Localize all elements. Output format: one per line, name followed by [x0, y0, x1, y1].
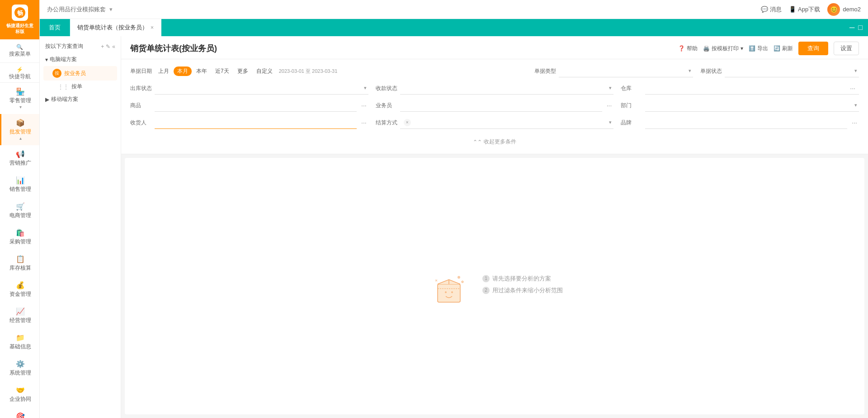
- out-status-field: 出库状态 ▾: [130, 82, 368, 95]
- tab-close-icon[interactable]: ×: [151, 24, 154, 31]
- retail-label: 零售管理: [9, 97, 31, 104]
- ecommerce-label: 电商管理: [9, 212, 31, 219]
- page-header-top: 销货单统计表(按业务员) ❓ 帮助 🖨️ 按模板打印 ▾ ⬆️: [130, 42, 859, 55]
- edit-scheme-icon[interactable]: ✎: [106, 43, 110, 50]
- operation-icon: 📈: [16, 307, 25, 316]
- ecommerce-icon: 🛒: [16, 202, 25, 211]
- purchase-icon: 🛍️: [16, 228, 25, 237]
- receiver-input[interactable]: [155, 116, 357, 129]
- filter-row-2: 出库状态 ▾ 收款状态 ▾ 仓库: [130, 82, 859, 95]
- basic-label: 基础信息: [9, 343, 31, 351]
- scheme-title-label: 按以下方案查询: [45, 43, 83, 50]
- tabbar-actions: ─ □: [849, 24, 868, 32]
- computer-scheme-header[interactable]: ▾ 电脑端方案: [43, 53, 117, 66]
- date-btn-this-year[interactable]: 本年: [193, 66, 211, 76]
- search-menu-label: 搜索菜单: [9, 50, 31, 58]
- date-btn-more[interactable]: 更多: [234, 66, 252, 76]
- tab-home[interactable]: 首页: [40, 19, 70, 36]
- user-area[interactable]: 😊 demo2: [827, 3, 861, 16]
- date-btn-this-month[interactable]: 本月: [174, 66, 192, 76]
- sidebar-item-marketing[interactable]: 📢 营销推广: [0, 145, 39, 171]
- right-panel: 销货单统计表(按业务员) ❓ 帮助 🖨️ 按模板打印 ▾ ⬆️: [121, 36, 868, 418]
- sidebar-item-system[interactable]: ⚙️ 系统管理: [0, 355, 39, 381]
- sidebar-item-purchase[interactable]: 🛍️ 采购管理: [0, 224, 39, 250]
- collect-status-label: 收款状态: [376, 85, 397, 92]
- sidebar-item-inventory[interactable]: 📋 库存核算: [0, 250, 39, 276]
- message-btn[interactable]: 💬 消息: [761, 5, 782, 14]
- goods-dots-icon[interactable]: ···: [359, 102, 368, 109]
- step-2-num: 2: [482, 287, 490, 294]
- goods-input[interactable]: [155, 99, 357, 112]
- settings-button[interactable]: 设置: [834, 42, 859, 55]
- warehouse-dropdown[interactable]: ···: [645, 82, 859, 95]
- user-avatar: 😊: [827, 3, 840, 16]
- topbar: 办公用品行业模拟账套 ▾ 💬 消息 📱 App下载 😊 demo2: [40, 0, 868, 19]
- product-name: 办公用品行业模拟账套: [47, 5, 106, 14]
- sidebar-item-retail[interactable]: 🏪 零售管理 ▾: [0, 83, 39, 114]
- product-dropdown-icon[interactable]: ▾: [109, 6, 113, 13]
- sidebar-item-collab[interactable]: 🤝 企业协同: [0, 381, 39, 408]
- receiver-dots-icon[interactable]: ···: [359, 119, 368, 126]
- tab-maximize-btn[interactable]: □: [858, 24, 863, 32]
- empty-step-1: 1 请先选择要分析的方案: [482, 275, 563, 283]
- quick-nav-item[interactable]: ⚡ 快捷导航: [0, 63, 39, 83]
- dept-dropdown[interactable]: ▾: [645, 99, 859, 112]
- search-menu-item[interactable]: 🔍 搜索菜单: [0, 39, 39, 63]
- app-name: 畅捷通好生意: [6, 23, 33, 28]
- sidebar-item-finance[interactable]: 💰 资金管理: [0, 276, 39, 303]
- salesman-dots-icon[interactable]: ···: [605, 102, 614, 109]
- step-1-num: 1: [482, 275, 490, 282]
- add-scheme-icon[interactable]: +: [101, 43, 104, 50]
- sidebar-item-guide[interactable]: 🎯 新手引导: [0, 408, 39, 418]
- salesman-input[interactable]: [400, 99, 602, 112]
- main-area: 办公用品行业模拟账套 ▾ 💬 消息 📱 App下载 😊 demo2 首页: [40, 0, 868, 418]
- inventory-icon: 📋: [16, 255, 25, 263]
- sidebar-item-operation[interactable]: 📈 经营管理: [0, 303, 39, 329]
- sidebar-item-wholesale[interactable]: 📦 批发管理 ▴: [0, 114, 39, 145]
- date-btn-custom[interactable]: 自定义: [253, 66, 276, 76]
- settlement-clear-icon[interactable]: ×: [404, 119, 411, 126]
- brand-dots-icon[interactable]: ···: [850, 119, 859, 126]
- marketing-label: 营销推广: [9, 159, 31, 167]
- refresh-btn[interactable]: 🔄 刷新: [774, 45, 793, 52]
- collapse-filter-btn[interactable]: ⌃⌃ 收起更多条件: [470, 135, 519, 148]
- date-btn-last7[interactable]: 近7天: [212, 66, 233, 76]
- tab-home-label: 首页: [49, 24, 61, 32]
- dept-field: 部门 ▾: [621, 99, 859, 112]
- help-icon: ❓: [678, 45, 685, 52]
- app-logo[interactable]: 畅 畅捷通好生意 标版: [0, 0, 40, 39]
- dept-chevron-icon: ▾: [854, 102, 857, 108]
- export-btn[interactable]: ⬆️ 导出: [749, 45, 768, 52]
- sidebar-item-basic[interactable]: 📁 基础信息: [0, 329, 39, 355]
- doc-status-chevron-icon: ▾: [854, 68, 857, 74]
- help-btn[interactable]: ❓ 帮助: [678, 45, 698, 52]
- query-button[interactable]: 查询: [798, 42, 828, 55]
- tab-minimize-btn[interactable]: ─: [849, 24, 854, 32]
- mobile-scheme-header[interactable]: ▶ 移动端方案: [43, 93, 117, 106]
- receiver-label: 收货人: [130, 119, 152, 127]
- doc-status-dropdown[interactable]: ▾: [725, 65, 859, 77]
- out-status-dropdown[interactable]: ▾: [155, 82, 368, 95]
- sidebar-item-ecommerce[interactable]: 🛒 电商管理: [0, 198, 39, 224]
- date-btn-last-month[interactable]: 上月: [155, 66, 173, 76]
- scheme-item-salesman[interactable]: 按 按业务员: [43, 66, 117, 81]
- page-actions: ❓ 帮助 🖨️ 按模板打印 ▾ ⬆️ 导出 �: [678, 42, 859, 55]
- warehouse-dots-icon[interactable]: ···: [848, 85, 857, 92]
- collapse-panel-icon[interactable]: «: [112, 43, 115, 50]
- left-panel: 按以下方案查询 + ✎ « ▾ 电脑端方案 按 按业务员 ⋮⋮: [40, 36, 121, 418]
- empty-state-content: 1 请先选择要分析的方案 2 用过滤条件来缩小分析范围: [426, 264, 563, 309]
- operation-label: 经营管理: [9, 317, 31, 324]
- doc-type-dropdown[interactable]: ▾: [559, 65, 693, 77]
- tabbar: 首页 销货单统计表（按业务员） × ─ □: [40, 19, 868, 36]
- scheme-sub-item-order[interactable]: ⋮⋮ 按单: [43, 81, 117, 93]
- print-btn[interactable]: 🖨️ 按模板打印 ▾: [703, 45, 743, 52]
- collect-status-dropdown[interactable]: ▾: [400, 82, 614, 95]
- topbar-right: 💬 消息 📱 App下载 😊 demo2: [761, 3, 861, 16]
- app-download-btn[interactable]: 📱 App下载: [789, 5, 820, 14]
- goods-field: 商品 ···: [130, 99, 368, 112]
- settlement-dropdown[interactable]: × ▾: [400, 116, 614, 129]
- out-status-chevron-icon: ▾: [364, 85, 367, 91]
- brand-input[interactable]: [645, 116, 847, 129]
- tab-active[interactable]: 销货单统计表（按业务员） ×: [70, 19, 161, 36]
- sidebar-item-sales[interactable]: 📊 销售管理: [0, 171, 39, 198]
